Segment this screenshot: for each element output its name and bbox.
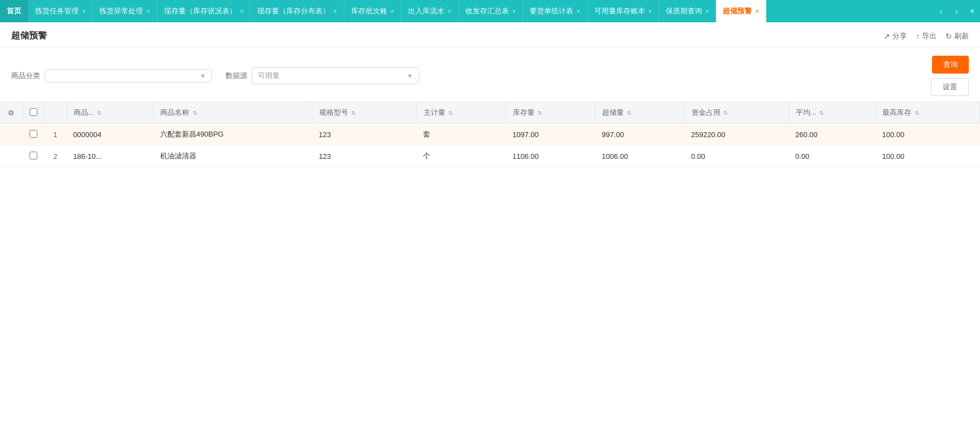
nav-close-order-stats[interactable]: × (577, 8, 580, 14)
nav-close-overstock[interactable]: × (755, 8, 758, 14)
col-product-name[interactable]: 商品名称 ⇅ (153, 102, 313, 124)
table-header-row: ⚙ 商品... ⇅ 商品名称 ⇅ 规格型号 (0, 102, 980, 124)
nav-item-pick-task[interactable]: 拣货任务管理 × (28, 0, 93, 22)
col-gear[interactable]: ⚙ (0, 102, 22, 124)
nav-item-order-stats[interactable]: 要货单统计表 × (523, 0, 587, 22)
page-content: 超储预警 ↗ 分享 ↑ 导出 ↻ 刷新 商品分类 ▼ 数据源 (0, 22, 980, 446)
refresh-button[interactable]: ↻ 刷新 (945, 31, 969, 41)
data-source-select[interactable]: 可用量 ▼ (252, 67, 419, 84)
col-max-stock-label: 最高库存 (882, 108, 911, 117)
nav-item-in-out-flow[interactable]: 出入库流水 × (401, 0, 458, 22)
product-category-select[interactable]: ▼ (45, 69, 212, 83)
select-all-checkbox[interactable] (30, 108, 37, 116)
sort-unit[interactable]: ⇅ (448, 110, 453, 116)
sort-max-stock[interactable]: ⇅ (915, 110, 919, 116)
sort-product-code[interactable]: ⇅ (97, 110, 102, 116)
nav-close-stock-dist[interactable]: × (333, 8, 337, 14)
nav-right-arrow[interactable]: › (949, 0, 964, 22)
nav-item-batch-ledger[interactable]: 库存批次账 × (344, 0, 401, 22)
nav-label-in-out-flow: 出入库流水 (408, 6, 444, 16)
row-stock-1: 1106.00 (506, 146, 595, 167)
nav-item-pick-exception[interactable]: 拣货异常处理 × (93, 0, 157, 22)
nav-arrows: ‹ › × (933, 0, 980, 22)
share-icon: ↗ (883, 32, 890, 41)
nav-close-stock-status[interactable]: × (240, 8, 243, 14)
nav-close-in-out-flow[interactable]: × (448, 8, 451, 14)
refresh-label: 刷新 (954, 31, 969, 41)
nav-label-expiry-query: 保质期查询 (666, 6, 702, 16)
nav-label-batch-ledger: 库存批次账 (351, 6, 387, 16)
col-unit-label: 主计量 (424, 108, 445, 117)
nav-label-overstock: 超储预警 (723, 6, 752, 16)
row-gear-0[interactable] (0, 124, 22, 146)
col-product-name-label: 商品名称 (160, 108, 189, 117)
nav-label-pick-task: 拣货任务管理 (35, 6, 79, 16)
row-avg-1: 0.00 (789, 146, 876, 167)
refresh-icon: ↻ (945, 32, 952, 41)
nav-close-recv-send[interactable]: × (512, 8, 516, 14)
nav-label-available-stock: 可用量库存账本 (594, 6, 645, 16)
nav-item-recv-send[interactable]: 收发存汇总表 × (459, 0, 523, 22)
col-stock[interactable]: 库存量 ⇅ (506, 102, 595, 124)
query-button[interactable]: 查询 (932, 56, 969, 74)
nav-close-pick-task[interactable]: × (82, 8, 85, 14)
share-button[interactable]: ↗ 分享 (883, 31, 907, 41)
nav-item-stock-status[interactable]: 现存量（库存状况表） × (157, 0, 251, 22)
col-overstock[interactable]: 超储量 ⇅ (595, 102, 684, 124)
row-checkbox-1 (22, 146, 44, 167)
row-gear-1[interactable] (0, 146, 22, 167)
share-label: 分享 (892, 31, 907, 41)
nav-label-recv-send: 收发存汇总表 (465, 6, 509, 16)
nav-label-stock-dist: 现存量（库存分布表） (257, 6, 330, 16)
row-select-0[interactable] (30, 130, 37, 138)
row-select-1[interactable] (30, 152, 37, 159)
nav-item-overstock[interactable]: 超储预警 × (716, 0, 766, 22)
data-source-value: 可用量 (258, 71, 280, 81)
row-max-stock-0: 100.00 (876, 124, 980, 146)
nav-label-pick-exception: 拣货异常处理 (99, 6, 143, 16)
product-category-label: 商品分类 (11, 71, 40, 81)
page-title: 超储预警 (11, 30, 47, 42)
data-table: ⚙ 商品... ⇅ 商品名称 ⇅ 规格型号 (0, 101, 980, 167)
action-buttons: 查询 设置 (931, 56, 969, 96)
col-spec[interactable]: 规格型号 ⇅ (312, 102, 416, 124)
col-avg-label: 平均... (796, 108, 816, 117)
nav-label-stock-status: 现存量（库存状况表） (164, 6, 237, 16)
gear-icon: ⚙ (8, 109, 15, 117)
sort-spec[interactable]: ⇅ (351, 110, 356, 116)
col-num (44, 102, 66, 124)
nav-close-available-stock[interactable]: × (648, 8, 652, 14)
sort-avg[interactable]: ⇅ (819, 110, 824, 116)
sort-product-name[interactable]: ⇅ (193, 110, 197, 116)
col-capital-used-label: 资金占用 (691, 108, 720, 117)
col-product-code-label: 商品... (74, 108, 94, 117)
col-product-code[interactable]: 商品... ⇅ (66, 102, 153, 124)
col-stock-label: 库存量 (513, 108, 535, 117)
col-capital-used[interactable]: 资金占用 ⇅ (684, 102, 789, 124)
nav-close-all[interactable]: × (964, 0, 980, 22)
row-product-code-1: 186-10... (66, 146, 153, 167)
nav-left-arrow[interactable]: ‹ (933, 0, 949, 22)
nav-close-pick-exception[interactable]: × (146, 8, 150, 14)
table-row: 2 186-10... 机油滤清器 123 个 1106.00 1006.00 … (0, 146, 980, 167)
nav-item-home[interactable]: 首页 (0, 0, 28, 22)
row-product-code-0: 0000004 (66, 124, 153, 146)
nav-close-expiry-query[interactable]: × (705, 8, 709, 14)
nav-label-home: 首页 (7, 6, 21, 16)
col-avg[interactable]: 平均... ⇅ (789, 102, 876, 124)
sort-overstock[interactable]: ⇅ (627, 110, 631, 116)
row-overstock-1: 1006.00 (595, 146, 684, 167)
settings-button[interactable]: 设置 (931, 78, 969, 96)
nav-item-available-stock[interactable]: 可用量库存账本 × (588, 0, 659, 22)
col-max-stock[interactable]: 最高库存 ⇅ (876, 102, 980, 124)
nav-item-stock-dist[interactable]: 现存量（库存分布表） × (251, 0, 344, 22)
nav-close-batch-ledger[interactable]: × (391, 8, 394, 14)
nav-item-expiry-query[interactable]: 保质期查询 × (659, 0, 716, 22)
export-button[interactable]: ↑ 导出 (916, 31, 936, 41)
export-icon: ↑ (916, 32, 920, 41)
sort-capital-used[interactable]: ⇅ (723, 110, 728, 116)
row-overstock-0: 997.00 (595, 124, 684, 146)
col-unit[interactable]: 主计量 ⇅ (416, 102, 506, 124)
sort-stock[interactable]: ⇅ (537, 110, 542, 116)
row-capital-used-0: 259220.00 (684, 124, 789, 146)
